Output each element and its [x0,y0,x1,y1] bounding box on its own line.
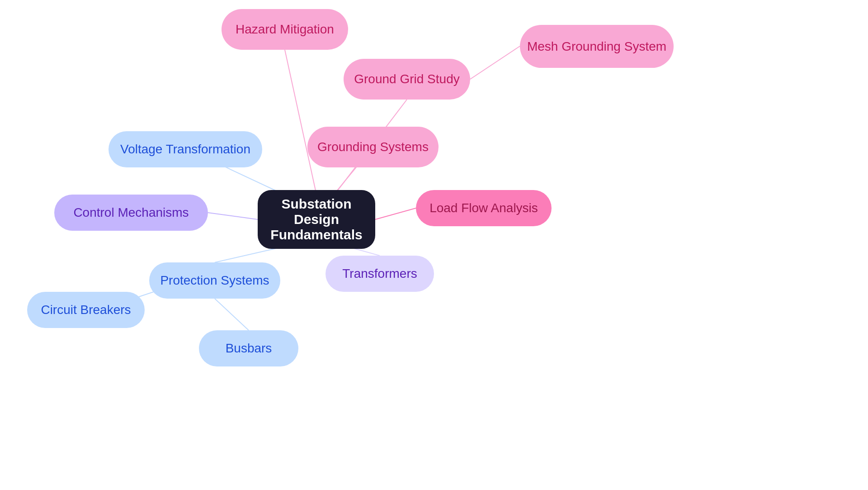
busbars-node[interactable]: Busbars [199,330,298,366]
control-mechanisms-node[interactable]: Control Mechanisms [54,195,208,231]
center-label: Substation Design Fundamentals [258,196,375,243]
protection-systems-node[interactable]: Protection Systems [149,262,280,299]
transformers-node[interactable]: Transformers [326,256,434,292]
load-flow-analysis-label: Load Flow Analysis [429,201,538,215]
ground-grid-study-label: Ground Grid Study [354,72,459,86]
svg-line-2 [470,46,520,79]
voltage-transformation-node[interactable]: Voltage Transformation [108,131,262,167]
mesh-grounding-node[interactable]: Mesh Grounding System [520,25,674,68]
ground-grid-study-node[interactable]: Ground Grid Study [344,59,470,100]
hazard-mitigation-node[interactable]: Hazard Mitigation [222,9,348,50]
grounding-systems-node[interactable]: Grounding Systems [307,127,439,167]
svg-line-0 [285,50,316,195]
voltage-transformation-label: Voltage Transformation [120,142,250,157]
control-mechanisms-label: Control Mechanisms [73,205,189,220]
circuit-breakers-node[interactable]: Circuit Breakers [27,292,145,328]
svg-line-5 [208,213,258,219]
load-flow-analysis-node[interactable]: Load Flow Analysis [416,190,552,226]
hazard-mitigation-label: Hazard Mitigation [236,22,334,37]
circuit-breakers-label: Circuit Breakers [41,303,131,317]
transformers-label: Transformers [342,266,417,281]
protection-systems-label: Protection Systems [160,273,269,288]
center-node[interactable]: Substation Design Fundamentals [258,190,375,249]
busbars-label: Busbars [226,341,272,356]
svg-line-10 [215,299,249,330]
svg-line-6 [375,208,416,219]
mesh-grounding-label: Mesh Grounding System [527,39,666,54]
grounding-systems-label: Grounding Systems [317,140,429,154]
